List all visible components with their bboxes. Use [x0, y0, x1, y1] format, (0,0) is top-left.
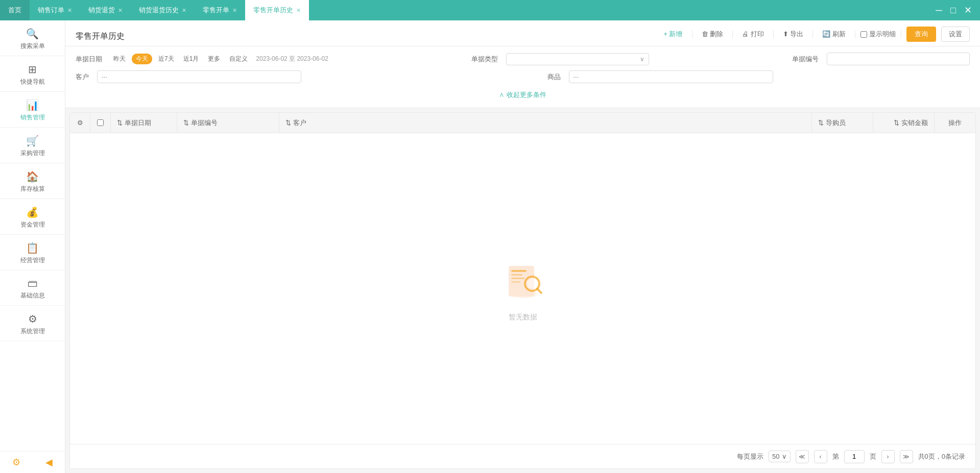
inventory-icon: 🏠	[26, 170, 39, 183]
page-header: 零售开单历史 + 新增 🗑 删除 🖨 打印 ⬆ 导出 🔄 刷新 显示明细 查询 …	[65, 20, 980, 46]
filter-row-1: 单据日期 昨天 今天 近7天 近1月 更多 自定义 2023-06-02 至 2…	[76, 53, 970, 65]
sidebar-item-quick-nav[interactable]: ⊞ 快捷导航	[0, 56, 65, 92]
table-area: ⚙ ⇅ 单据日期 ⇅ 单据编号 ⇅ 客户 ⇅	[69, 112, 976, 469]
pagination-bar: 每页显示 50 ∨ ≪ ‹ 第 页 › ≫ 共0页，0条记录	[70, 444, 975, 468]
page-size-select[interactable]: 50 ∨	[769, 451, 790, 462]
sidebar-item-inventory[interactable]: 🏠 库存核算	[0, 163, 65, 199]
sidebar-item-system[interactable]: ⚙ 系统管理	[0, 306, 65, 341]
svg-line-8	[537, 289, 541, 293]
close-tab-icon[interactable]: ✕	[118, 7, 123, 14]
add-button[interactable]: + 新增	[659, 28, 686, 41]
refresh-button[interactable]: 🔄 刷新	[818, 28, 850, 41]
date-btn-yesterday[interactable]: 昨天	[110, 54, 129, 64]
sidebar-item-basics[interactable]: 🗃 基础信息	[0, 270, 65, 306]
close-tab-icon[interactable]: ✕	[67, 7, 72, 14]
sidebar-item-sales[interactable]: 📊 销售管理	[0, 92, 65, 128]
sort-icon-order-no[interactable]: ⇅	[183, 119, 189, 127]
tab-sales-return-history[interactable]: 销货退货历史 ✕	[131, 0, 195, 20]
minimize-btn[interactable]: ─	[934, 4, 944, 17]
page-input[interactable]	[844, 450, 865, 463]
col-guide: ⇅ 导购员	[812, 113, 873, 133]
finance-icon: 💰	[26, 206, 39, 218]
col-ops: 操作	[935, 113, 975, 133]
col-amount: ⇅ 实销金额	[873, 113, 935, 133]
col-settings[interactable]: ⚙	[70, 113, 90, 133]
close-tab-icon[interactable]: ✕	[182, 7, 186, 14]
sidebar-item-purchase[interactable]: 🛒 采购管理	[0, 128, 65, 163]
order-no-label: 单据编号	[792, 55, 819, 64]
query-button[interactable]: 查询	[906, 27, 936, 42]
date-btn-custom[interactable]: 自定义	[226, 54, 251, 64]
collapse-btn[interactable]: ∧ 收起更多条件	[495, 88, 551, 102]
customer-label: 客户	[76, 72, 89, 82]
order-type-select[interactable]: ∨	[506, 53, 649, 65]
date-btn-1month[interactable]: 近1月	[180, 54, 202, 64]
select-all-checkbox[interactable]	[97, 119, 104, 126]
sidebar-item-search[interactable]: 🔍 搜索采单	[0, 20, 65, 56]
print-button[interactable]: 🖨 打印	[738, 28, 768, 41]
tab-sales-order[interactable]: 销售订单 ✕	[30, 0, 80, 20]
purchase-icon: 🛒	[26, 135, 39, 147]
close-tab-icon[interactable]: ✕	[232, 7, 237, 14]
dropdown-icon: ∨	[640, 56, 644, 63]
date-btn-7days[interactable]: 近7天	[155, 54, 177, 64]
empty-text: 暂无数据	[509, 313, 537, 322]
sidebar: 🔍 搜索采单 ⊞ 快捷导航 📊 销售管理 🛒 采购管理 🏠 库存核算 💰 资金管…	[0, 20, 65, 473]
next-page-btn[interactable]: ›	[881, 450, 895, 463]
page-suffix: 页	[870, 452, 876, 461]
svg-rect-5	[511, 281, 520, 283]
svg-rect-4	[511, 278, 524, 279]
close-btn[interactable]: ✕	[962, 4, 974, 17]
date-btn-today[interactable]: 今天	[132, 54, 152, 64]
sidebar-settings-btn[interactable]: ⚙	[12, 457, 20, 468]
svg-rect-3	[511, 274, 522, 276]
customer-input[interactable]	[97, 70, 301, 83]
show-detail-checkbox[interactable]	[861, 31, 867, 38]
date-label: 单据日期	[76, 55, 102, 64]
sidebar-item-finance[interactable]: 💰 资金管理	[0, 199, 65, 235]
sort-icon-date[interactable]: ⇅	[117, 119, 123, 127]
tab-sales-return[interactable]: 销货退货 ✕	[80, 0, 131, 20]
table-settings-icon[interactable]: ⚙	[77, 119, 83, 127]
settings-button[interactable]: 设置	[941, 27, 970, 42]
total-info: 共0页，0条记录	[918, 452, 965, 461]
col-order-no: ⇅ 单据编号	[177, 113, 279, 133]
divider	[812, 30, 813, 38]
last-page-btn[interactable]: ≫	[900, 450, 913, 463]
goods-label: 商品	[547, 72, 561, 82]
maximize-btn[interactable]: □	[948, 4, 958, 17]
tab-retail-open[interactable]: 零售开单 ✕	[195, 0, 245, 20]
filter-row-2: 客户 商品	[76, 70, 970, 83]
tab-home[interactable]: 首页	[0, 0, 30, 20]
order-no-input[interactable]	[827, 53, 970, 65]
first-page-btn[interactable]: ≪	[796, 450, 809, 463]
search-icon: 🔍	[26, 28, 39, 40]
empty-illustration	[497, 256, 548, 307]
content-area: 零售开单历史 + 新增 🗑 删除 🖨 打印 ⬆ 导出 🔄 刷新 显示明细 查询 …	[65, 20, 980, 473]
close-tab-icon[interactable]: ✕	[296, 7, 301, 14]
delete-button[interactable]: 🗑 删除	[698, 28, 728, 41]
sort-icon-guide[interactable]: ⇅	[818, 119, 824, 127]
sidebar-collapse-btn[interactable]: ◀	[45, 457, 53, 468]
order-type-label: 单据类型	[471, 55, 498, 64]
page-size-label: 每页显示	[737, 452, 763, 461]
top-nav: 首页 销售订单 ✕ 销货退货 ✕ 销货退货历史 ✕ 零售开单 ✕ 零售开单历史 …	[0, 0, 980, 20]
col-checkbox[interactable]	[90, 113, 111, 133]
table-body: 暂无数据	[70, 133, 975, 444]
filter-area: 单据日期 昨天 今天 近7天 近1月 更多 自定义 2023-06-02 至 2…	[65, 46, 980, 108]
prev-page-btn[interactable]: ‹	[814, 450, 827, 463]
svg-rect-2	[511, 270, 527, 272]
grid-icon: ⊞	[28, 63, 37, 76]
sort-icon-amount[interactable]: ⇅	[894, 119, 899, 127]
divider	[855, 30, 855, 38]
sort-icon-customer[interactable]: ⇅	[285, 119, 291, 127]
page-title: 零售开单历史	[76, 31, 125, 42]
export-button[interactable]: ⬆ 导出	[779, 28, 808, 41]
goods-input[interactable]	[569, 70, 773, 83]
basics-icon: 🗃	[28, 278, 38, 289]
sidebar-bottom: ⚙ ◀	[0, 451, 65, 473]
tab-retail-history[interactable]: 零售开单历史 ✕	[245, 0, 309, 20]
date-btn-more[interactable]: 更多	[205, 54, 223, 64]
divider	[692, 30, 692, 38]
sidebar-item-operations[interactable]: 📋 经营管理	[0, 235, 65, 270]
